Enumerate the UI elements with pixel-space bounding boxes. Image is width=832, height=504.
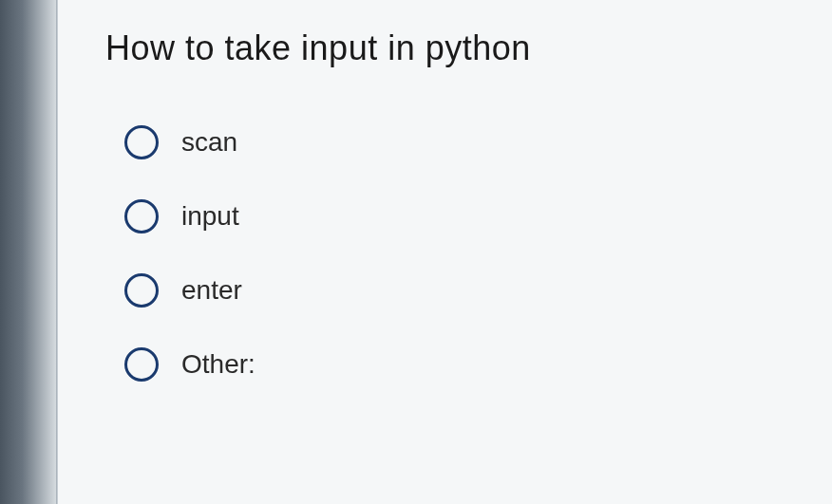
option-label: input: [181, 201, 239, 232]
option-enter[interactable]: enter: [124, 273, 794, 308]
question-title: How to take input in python: [105, 28, 794, 68]
option-input[interactable]: input: [124, 199, 794, 233]
radio-icon: [124, 347, 159, 382]
option-label: Other:: [181, 349, 255, 380]
options-group: scan input enter Other:: [105, 125, 794, 382]
option-label: scan: [181, 127, 237, 158]
option-label: enter: [181, 275, 242, 306]
radio-icon: [124, 125, 159, 159]
question-card: How to take input in python scan input e…: [57, 0, 832, 504]
option-scan[interactable]: scan: [124, 125, 794, 159]
option-other[interactable]: Other:: [124, 347, 794, 382]
radio-icon: [124, 199, 159, 233]
radio-icon: [124, 273, 159, 308]
page-left-margin: [0, 0, 57, 504]
